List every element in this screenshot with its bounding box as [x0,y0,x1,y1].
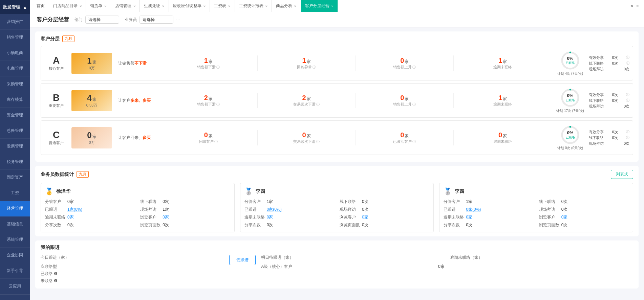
tab-close-生成凭证[interactable]: × [162,4,164,8]
biz-val-1-2[interactable]: 0家(0%) [267,207,282,212]
staff-select[interactable]: 请选择 [139,16,173,24]
sidebar-item-系统管理[interactable]: 系统管理 [0,232,30,248]
sidebar-item-发票管理[interactable]: 发票管理 [0,139,30,154]
circle-sub-C: 已联络 [566,135,575,140]
biz-card-header-2: 🥈 李四 [444,187,629,195]
biz-val-0-7: 0次 [163,222,169,228]
sidebar-collapse-icon: ▲ [23,5,27,10]
info-icon[interactable]: ⓘ [316,102,320,107]
biz-val-0-2[interactable]: 1家(0%) [67,207,82,212]
tier-name-B: 重要客户 [49,103,64,108]
info-icon[interactable]: ⓘ [626,55,629,60]
metric-逾期未联络: 1 家 逾期未联络 [454,93,552,108]
biz-val-2-2[interactable]: 0家(0%) [466,207,481,212]
biz-val-1-4[interactable]: 0家 [267,214,273,220]
info-icon[interactable]: ⓘ [216,65,220,70]
biz-val-1-5[interactable]: 0家 [362,214,368,220]
sidebar-item-工资[interactable]: 工资 [0,185,30,201]
tomorrow-row-1: A级（核心）客户 0家 [261,263,444,270]
go-followup-btn[interactable]: 去跟进 [229,255,256,265]
sidebar-item-电商管理[interactable]: 电商管理 [0,61,30,76]
sidebar-item-税务管理[interactable]: 税务管理 [0,154,30,170]
circle-plan-A: 计划 4次 (7天/次) [557,71,583,76]
biz-name-1: 李四 [256,188,265,194]
biz-val-1-1: 0次 [362,199,368,205]
metric-休眠客户: 0 家 休眠客户 ⓘ [159,130,258,145]
info-icon[interactable]: ⓘ [412,102,416,107]
sidebar-item-销售管理[interactable]: 销售管理 [0,30,30,45]
sidebar-item-固定资产[interactable]: 固定资产 [0,170,30,185]
biz-field-1-6: 分享次数 0次 [244,222,334,228]
tab-生成凭证[interactable]: 生成凭证× [140,0,169,12]
sidebar-item-小畅电商[interactable]: 小畅电商 [0,45,30,61]
biz-name-0: 徐泽华 [56,188,70,194]
biz-val-0-1: 0次 [163,199,169,205]
tier-row-B: B重要客户 4 家 0.53万 让客户多来、多买 2 家 销售额下滑 ⓘ 2 家… [41,83,633,118]
sidebar-item-基础信息[interactable]: 基础信息 [0,216,30,232]
biz-val-2-4[interactable]: 0家 [466,214,472,220]
sidebar-header[interactable]: 批发管理 ▲ [0,0,30,14]
sidebar-item-库存核算[interactable]: 库存核算 [0,92,30,108]
info-icon[interactable]: ⓘ [216,102,220,107]
tab-menu-icon[interactable]: ≡ [636,4,639,8]
biz-val-2-5[interactable]: 0家 [561,214,568,220]
biz-val-0-4[interactable]: 0家 [67,214,74,220]
sidebar-item-企业协同[interactable]: 企业协同 [0,248,30,263]
biz-val-0-5[interactable]: 0家 [163,214,169,220]
tier-amount-A: 0万 [89,66,94,71]
customer-section: 客户分层 九月 A核心客户 1 家 0万 让销售额不下滑 1 家 销售额下滑 ⓘ… [35,31,639,162]
info-icon[interactable]: ⓘ [626,61,629,66]
sidebar: 批发管理 ▲ 营销推广销售管理小畅电商电商管理采购管理库存核算资金管理总账管理发… [0,0,30,300]
tier-label-B: B重要客户 [44,93,68,108]
tab-close-门店商品目录[interactable]: × [80,4,82,8]
tab-工资表[interactable]: 工资表× [210,0,235,12]
tab-工资统计报表[interactable]: 工资统计报表× [235,0,272,12]
biz-field-0-4: 逾期未联络 0家 [45,214,135,220]
sidebar-item-营销推广[interactable]: 营销推广 [0,14,30,30]
info-icon[interactable]: ⓘ [214,139,218,144]
go-followup-container: 去跟进 [229,255,256,265]
dept-select[interactable]: 请选择 [85,16,119,24]
sidebar-item-经营管理[interactable]: 经营管理 [0,201,30,216]
tab-应收应付调整单[interactable]: 应收应付调整单× [169,0,210,12]
tab-销货单[interactable]: 销货单× [86,0,111,12]
biz-field-0-5: 浏览客户 0家 [140,214,230,220]
sidebar-item-云应用[interactable]: 云应用 [0,279,30,294]
info-icon[interactable]: ⓘ [313,65,316,70]
tier-right-stats-B: 有效分享 0次 ⓘ 线下联络 0次 ⓘ 现场拜访 0次 [589,92,629,109]
tab-店铺管理[interactable]: 店铺管理× [111,0,140,12]
sidebar-gear[interactable]: ⚙ [0,294,30,300]
tab-close-销货单[interactable]: × [104,4,106,8]
list-btn[interactable]: 列表式 [611,170,633,179]
metric-销售额上升: 0 家 销售额上升 ⓘ [356,55,454,71]
more-btn[interactable]: ··· [176,17,180,22]
tab-close-应收应付调整单[interactable]: × [203,4,206,8]
info-icon[interactable]: ⓘ [316,139,320,144]
tab-close-工资统计报表[interactable]: × [265,4,267,8]
tab-close-商品分析[interactable]: × [294,4,296,8]
circle-pct-A: 0% [566,56,575,61]
tab-首页[interactable]: 首页 [33,0,49,12]
sidebar-item-资金管理[interactable]: 资金管理 [0,108,30,123]
biz-field-1-0: 分管客户 1家 [244,199,334,205]
info-icon[interactable]: ⓘ [626,130,629,135]
info-icon[interactable]: ⓘ [412,139,416,144]
tab-门店商品目录[interactable]: 门店商品目录× [49,0,86,12]
sidebar-item-采购管理[interactable]: 采购管理 [0,76,30,92]
tab-close-店铺管理[interactable]: × [133,4,135,8]
tab-close-all-icon[interactable]: ✕ [630,4,634,8]
info-icon[interactable]: ⓘ [626,92,629,97]
info-icon[interactable]: ⓘ [626,98,629,103]
followup-section: 我的跟进 今日跟进（家） 应联络型 已联络 ❶ 未联络 ❶ [35,240,639,289]
tier-letter-A: A [53,56,60,65]
circle-C: 0% 已联络 计划 0次 (0天/次) [555,125,585,151]
info-icon[interactable]: ⓘ [626,135,629,140]
tab-商品分析[interactable]: 商品分析× [272,0,301,12]
info-icon[interactable]: ⓘ [412,65,416,70]
sidebar-item-总账管理[interactable]: 总账管理 [0,123,30,139]
tier-label-C: C普通客户 [44,130,68,145]
sidebar-item-新手引导[interactable]: 新手引导 [0,263,30,279]
tab-close-客户分层经营[interactable]: × [331,4,334,8]
tab-close-工资表[interactable]: × [228,4,230,8]
tab-客户分层经营[interactable]: 客户分层经营× [301,0,338,12]
